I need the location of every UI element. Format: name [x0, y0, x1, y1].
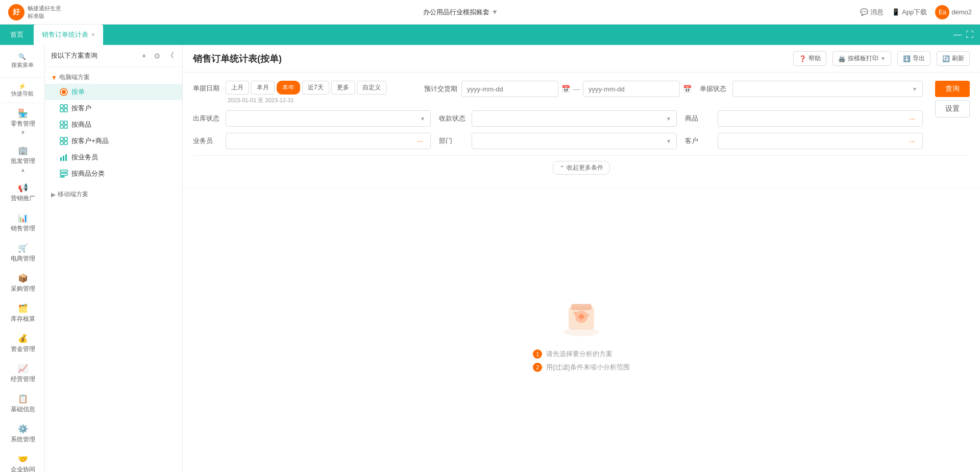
by-cust-prod-icon — [59, 136, 68, 146]
scheme-group-mobile: ▶ 移动端方案 — [45, 186, 182, 201]
empty-svg — [556, 289, 607, 340]
collapse-btn[interactable]: ⌃ 收起更多条件 — [553, 161, 610, 175]
tab-home[interactable]: 首页 — [0, 25, 34, 45]
minimize-btn[interactable]: — — [953, 30, 962, 39]
svg-rect-2 — [60, 105, 63, 108]
sidebar-item-marketing[interactable]: 📢 营销推广 — [0, 178, 44, 208]
purchase-icon: 📦 — [18, 273, 28, 283]
shipping-arrow: ▼ — [420, 116, 425, 122]
by-salesperson-icon — [59, 153, 68, 162]
shipping-status-select[interactable]: ▼ — [226, 110, 431, 127]
scheme-item-by-salesperson[interactable]: 按业务员 — [45, 149, 182, 166]
sidebar-item-system[interactable]: ⚙️ 系统管理 — [0, 419, 44, 449]
svg-rect-6 — [60, 121, 63, 124]
filter-rows: 单据日期 上月 本月 本年 近7天 更多 自定义 — [193, 81, 923, 149]
scheme-item-by-product[interactable]: 按商品 — [45, 116, 182, 133]
date-more-btn[interactable]: 更多 — [331, 81, 355, 95]
mobile-expand-icon: ▶ — [51, 191, 56, 198]
calendar-end-icon[interactable]: 📅 — [683, 85, 692, 93]
date-custom-btn[interactable]: 自定义 — [357, 81, 386, 95]
department-select[interactable]: ▼ — [472, 133, 677, 149]
ecommerce-icon: 🛒 — [18, 243, 28, 253]
message-btn[interactable]: 💬 消息 — [860, 8, 884, 17]
date-this-month-btn[interactable]: 本月 — [251, 81, 275, 95]
print-icon: 🖨️ — [838, 55, 846, 62]
scheme-item-by-customer[interactable]: 按客户 — [45, 100, 182, 116]
by-category-icon — [59, 169, 68, 178]
template-print-btn[interactable]: 🖨️ 按模板打印 ▼ — [832, 51, 891, 66]
retail-icon: 🏪 — [18, 108, 28, 118]
tab-bar-actions: — ⛶ — [947, 30, 980, 39]
sidebar-item-operations[interactable]: 📈 经营管理 — [0, 359, 44, 389]
user-area[interactable]: Ea demo2 — [935, 5, 972, 19]
sidebar-search-area: 🔍 搜索菜单 — [0, 45, 44, 78]
wholesale-icon: 🏢 — [18, 146, 28, 155]
svg-rect-22 — [571, 304, 592, 310]
settings-filter-btn[interactable]: 设置 — [935, 100, 970, 117]
corp-icon: 🤝 — [18, 454, 28, 464]
refresh-btn[interactable]: 🔄 刷新 — [937, 51, 970, 66]
search-menu-btn[interactable]: 🔍 搜索菜单 — [4, 50, 40, 72]
sidebar-item-finance[interactable]: 💰 资金管理 — [0, 328, 44, 359]
retail-arrow: ▼ — [20, 130, 26, 135]
salesperson-dots[interactable]: ··· — [415, 137, 425, 145]
scheme-panel-header: 按以下方案查询 + ⊙ 《 — [45, 45, 182, 67]
svg-rect-4 — [60, 109, 63, 112]
workspace-title-area[interactable]: 办公用品行业模拟账套 ▼ — [423, 8, 498, 17]
date-last-month-btn[interactable]: 上月 — [226, 81, 249, 95]
sidebar-item-purchase[interactable]: 📦 采购管理 — [0, 268, 44, 298]
svg-rect-11 — [64, 137, 67, 140]
expected-delivery-start-input[interactable] — [461, 81, 558, 97]
scheme-item-by-order[interactable]: 按单 — [45, 84, 182, 100]
workspace-title: 办公用品行业模拟账套 — [423, 8, 489, 17]
sidebar-item-wholesale[interactable]: 🏢 批发管理 ▲ — [0, 140, 44, 178]
scheme-panel-actions: + ⊙ 《 — [138, 50, 176, 61]
product-select[interactable]: ··· — [718, 110, 923, 127]
tab-close-icon[interactable]: × — [91, 31, 95, 38]
svg-point-1 — [62, 90, 66, 94]
customer-label: 客户 — [685, 136, 714, 146]
doc-status-select[interactable]: ▼ — [732, 81, 923, 97]
top-bar-right: 💬 消息 📱 App下载 Ea demo2 — [860, 5, 972, 19]
tab-active[interactable]: 销售订单统计表 × — [34, 25, 103, 45]
scheme-add-btn[interactable]: + — [138, 50, 150, 61]
customer-select[interactable]: ··· — [718, 133, 923, 149]
scheme-settings-btn[interactable]: ⊙ — [152, 50, 163, 61]
doc-status-arrow: ▼ — [912, 86, 917, 92]
download-icon: 📱 — [892, 8, 900, 16]
sidebar-item-basic[interactable]: 📋 基础信息 — [0, 389, 44, 419]
date-this-year-btn[interactable]: 本年 — [277, 81, 300, 95]
export-btn[interactable]: ⬇️ 导出 — [897, 51, 930, 66]
main-panel: 销售订单统计表(按单) ❓ 帮助 🖨️ 按模板打印 ▼ ⬇️ — [183, 45, 980, 472]
hint-num-2: 2 — [533, 363, 542, 372]
payment-status-select[interactable]: ▼ — [472, 110, 677, 127]
svg-rect-10 — [60, 137, 63, 140]
scheme-collapse-btn[interactable]: 《 — [165, 50, 176, 61]
scheme-item-by-cust-prod[interactable]: 按客户+商品 — [45, 133, 182, 149]
maximize-btn[interactable]: ⛶ — [966, 30, 974, 39]
quick-nav-btn[interactable]: ⚡ 快捷导航 — [0, 80, 44, 101]
salesperson-select[interactable]: ··· — [226, 133, 431, 149]
sidebar-item-sales[interactable]: 📊 销售管理 — [0, 208, 44, 238]
scheme-item-by-category[interactable]: 按商品分类 — [45, 166, 182, 182]
customer-dots[interactable]: ··· — [907, 137, 917, 145]
product-label: 商品 — [685, 114, 714, 123]
app-download-btn[interactable]: 📱 App下载 — [892, 8, 927, 17]
query-btn[interactable]: 查询 — [935, 81, 970, 97]
svg-rect-5 — [64, 109, 67, 112]
collapse-area: ⌃ 收起更多条件 — [193, 155, 970, 180]
help-btn[interactable]: ❓ 帮助 — [793, 51, 826, 66]
filter-area: 单据日期 上月 本月 本年 近7天 更多 自定义 — [183, 73, 980, 188]
sidebar-item-inventory[interactable]: 🗂️ 库存核算 — [0, 298, 44, 328]
date-last7days-btn[interactable]: 近7天 — [302, 81, 329, 95]
sidebar-item-ecommerce[interactable]: 🛒 电商管理 — [0, 238, 44, 268]
quick-nav-area: ⚡ 快捷导航 — [0, 78, 44, 103]
by-customer-icon — [59, 104, 68, 113]
wholesale-arrow: ▲ — [20, 167, 26, 173]
product-dots[interactable]: ··· — [907, 114, 917, 123]
finance-icon: 💰 — [18, 334, 28, 343]
calendar-start-icon[interactable]: 📅 — [561, 85, 570, 93]
sidebar-item-corp[interactable]: 🤝 企业协同 — [0, 449, 44, 472]
sidebar-item-retail[interactable]: 🏪 零售管理 ▼ — [0, 103, 44, 140]
expected-delivery-end-input[interactable] — [583, 81, 680, 97]
